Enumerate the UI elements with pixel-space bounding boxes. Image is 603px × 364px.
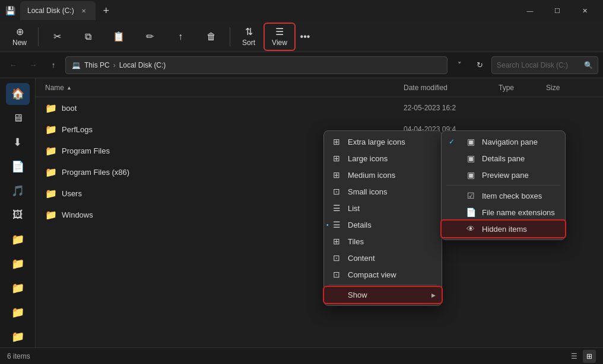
copy-button[interactable]: ⧉ xyxy=(73,24,103,50)
new-icon: ⊕ xyxy=(16,26,24,37)
cut-button[interactable]: ✂ xyxy=(42,24,72,50)
file-date: 22-05-2023 16:2 xyxy=(404,104,499,112)
menu-details-pane[interactable]: ▣ Details pane xyxy=(442,150,565,167)
table-row[interactable]: 📁 boot 22-05-2023 16:2 xyxy=(36,97,603,119)
paste-icon: 📋 xyxy=(113,31,125,42)
title-bar: 💾 Local Disk (C:) ✕ + — ☐ ✕ xyxy=(0,0,603,21)
menu-details[interactable]: • ☰ Details xyxy=(324,216,442,233)
show-submenu-separator xyxy=(446,185,560,186)
sidebar-folder-1[interactable]: 📁 xyxy=(6,228,30,250)
close-button[interactable]: ✕ xyxy=(571,0,598,21)
list-label: List xyxy=(348,204,360,213)
back-button[interactable]: ← xyxy=(5,57,21,74)
delete-button[interactable]: 🗑 xyxy=(196,24,226,50)
menu-tiles[interactable]: ⊞ Tiles xyxy=(324,233,442,250)
new-label: New xyxy=(12,39,27,47)
menu-content[interactable]: ⊡ Content xyxy=(324,250,442,266)
maximize-button[interactable]: ☐ xyxy=(544,0,571,21)
folder-icon: 📁 xyxy=(45,209,57,221)
share-button[interactable]: ↑ xyxy=(166,24,195,50)
view-button[interactable]: ☰ View xyxy=(265,24,294,50)
medium-icons-label: Medium icons xyxy=(348,171,395,180)
sidebar-downloads[interactable]: ⬇ xyxy=(6,132,30,154)
extra-large-icons-label: Extra large icons xyxy=(348,138,405,146)
menu-navigation-pane[interactable]: ✓ ▣ Navigation pane xyxy=(442,133,565,150)
navigation-pane-check: ✓ xyxy=(449,138,459,146)
paste-button[interactable]: 📋 xyxy=(104,24,134,50)
new-tab-button[interactable]: + xyxy=(98,2,115,19)
content-icon: ⊡ xyxy=(331,253,342,263)
compact-view-icon: ⊡ xyxy=(331,270,342,279)
menu-separator xyxy=(329,285,437,285)
app-icon: 💾 xyxy=(5,5,15,16)
hidden-items-label: Hidden items xyxy=(482,225,527,234)
menu-list[interactable]: ☰ List xyxy=(324,200,442,216)
rename-icon: ✏ xyxy=(146,31,154,42)
menu-file-name-extensions[interactable]: 📄 File name extensions xyxy=(442,204,565,221)
dropdown-button[interactable]: ˅ xyxy=(451,57,468,74)
view-dropdown: ⊞ Extra large icons ⊞ Large icons ⊞ Medi… xyxy=(323,130,442,306)
more-button[interactable]: ••• xyxy=(296,27,315,46)
title-tab[interactable]: Local Disk (C:) ✕ xyxy=(20,1,96,20)
sort-label: Sort xyxy=(242,39,255,47)
view-icon: ☰ xyxy=(275,26,284,37)
address-path[interactable]: 💻 This PC › Local Disk (C:) xyxy=(65,56,448,74)
hidden-items-icon: 👁 xyxy=(465,224,476,234)
main-content: 🏠 🖥 ⬇ 📄 🎵 🖼 📁 📁 📁 📁 📁 Name ▲ Date modifi… xyxy=(0,78,603,347)
sidebar-documents[interactable]: 📄 xyxy=(6,156,30,178)
col-size-header[interactable]: Size xyxy=(546,84,594,92)
menu-preview-pane[interactable]: ▣ Preview pane xyxy=(442,167,565,183)
refresh-button[interactable]: ↻ xyxy=(471,57,488,74)
up-button[interactable]: ↑ xyxy=(45,57,62,74)
menu-large-icons[interactable]: ⊞ Large icons xyxy=(324,150,442,167)
rename-button[interactable]: ✏ xyxy=(135,24,164,50)
preview-pane-icon: ▣ xyxy=(465,170,476,180)
new-button[interactable]: ⊕ New xyxy=(5,24,34,50)
menu-compact-view[interactable]: ⊡ Compact view xyxy=(324,266,442,283)
menu-hidden-items[interactable]: 👁 Hidden items xyxy=(442,221,565,237)
menu-extra-large-icons[interactable]: ⊞ Extra large icons xyxy=(324,133,442,150)
sidebar: 🏠 🖥 ⬇ 📄 🎵 🖼 📁 📁 📁 📁 📁 xyxy=(0,78,36,347)
menu-show[interactable]: Show xyxy=(324,287,442,303)
folder-icon: 📁 xyxy=(45,167,57,178)
col-date-header[interactable]: Date modified xyxy=(404,84,499,92)
sidebar-folder-4[interactable]: 📁 xyxy=(6,301,30,323)
menu-medium-icons[interactable]: ⊞ Medium icons xyxy=(324,167,442,183)
sidebar-pictures[interactable]: 🖼 xyxy=(6,205,30,226)
folder-icon: 📁 xyxy=(45,124,57,135)
tiles-label: Tiles xyxy=(348,237,364,246)
close-tab-button[interactable]: ✕ xyxy=(79,6,88,15)
sidebar-desktop[interactable]: 🖥 xyxy=(6,107,30,129)
minimize-button[interactable]: — xyxy=(516,0,544,21)
path-icon: 💻 xyxy=(72,61,81,69)
large-icons-label: Large icons xyxy=(348,154,388,163)
active-dot: • xyxy=(326,222,329,228)
folder-icon: 📁 xyxy=(45,188,57,199)
sort-button[interactable]: ⇅ Sort xyxy=(234,24,264,50)
sidebar-music[interactable]: 🎵 xyxy=(6,180,30,202)
menu-small-icons[interactable]: ⊡ Small icons xyxy=(324,183,442,200)
forward-button[interactable]: → xyxy=(25,57,42,74)
list-view-button[interactable]: ☰ xyxy=(567,350,580,363)
medium-icons-icon: ⊞ xyxy=(331,170,342,180)
search-icon: 🔍 xyxy=(584,61,593,69)
detail-view-button[interactable]: ⊞ xyxy=(583,350,596,363)
view-mode-controls: ☰ ⊞ xyxy=(567,350,596,363)
status-bar: 6 items ☰ ⊞ xyxy=(0,347,603,364)
large-icons-icon: ⊞ xyxy=(331,154,342,163)
menu-item-check-boxes[interactable]: ☑ Item check boxes xyxy=(442,187,565,204)
tiles-icon: ⊞ xyxy=(331,237,342,246)
search-box[interactable]: Search Local Disk (C:) 🔍 xyxy=(491,56,598,74)
col-type-header[interactable]: Type xyxy=(499,84,546,92)
file-name: boot xyxy=(62,104,404,113)
navigation-pane-icon: ▣ xyxy=(465,137,476,146)
sidebar-home[interactable]: 🏠 xyxy=(6,83,30,105)
item-check-boxes-icon: ☑ xyxy=(465,191,476,200)
sidebar-folder-5[interactable]: 📁 xyxy=(6,325,30,347)
show-submenu: ✓ ▣ Navigation pane ▣ Details pane ▣ Pre… xyxy=(441,130,566,240)
col-name-header[interactable]: Name ▲ xyxy=(45,84,404,92)
tab-label: Local Disk (C:) xyxy=(27,7,74,15)
address-bar: ← → ↑ 💻 This PC › Local Disk (C:) ˅ ↻ Se… xyxy=(0,52,603,78)
sidebar-folder-3[interactable]: 📁 xyxy=(6,277,30,299)
sidebar-folder-2[interactable]: 📁 xyxy=(6,253,30,274)
